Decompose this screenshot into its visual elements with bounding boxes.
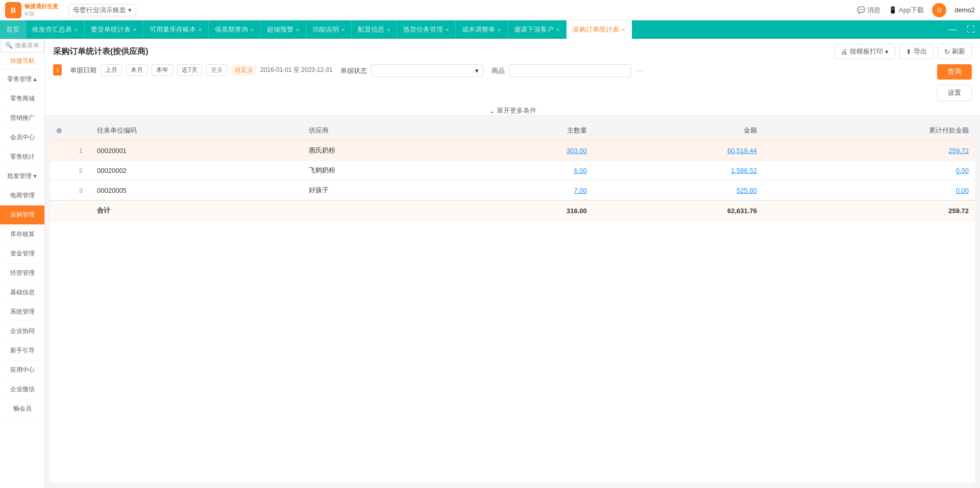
sidebar-item-new-guide[interactable]: 新手引导	[0, 341, 44, 361]
tab-order-stats[interactable]: 要货单统计表 ✕	[85, 20, 143, 39]
quick-nav-button[interactable]: 快捷导航	[0, 53, 44, 70]
table-row[interactable]: 3 00020005 好孩子 7.00 525.80 0.00	[50, 181, 975, 201]
table-wrapper: ⚙ 往来单位编码 供应商 主数量 金额 累计付款金额 1 00020001 惠氏…	[50, 121, 975, 483]
sidebar-item-basic-info[interactable]: 基础信息	[0, 283, 44, 302]
tab-func-desc[interactable]: 功能说明 ✕	[306, 20, 352, 39]
goods-input[interactable]	[509, 64, 631, 77]
table-row[interactable]: 2 00020002 飞鹤奶粉 6.00 1,586.52 0.00	[50, 161, 975, 181]
footer-main-qty: 316.00	[460, 200, 593, 221]
export-button[interactable]: ⬆ 导出	[899, 44, 934, 59]
tab-home[interactable]: 首页	[0, 20, 26, 39]
date-btn-this-month[interactable]: 本月	[126, 64, 148, 76]
sidebar-item-inventory-check[interactable]: 库存核算	[0, 225, 44, 244]
settings-button[interactable]: 设置	[937, 85, 972, 101]
goods-filter-group: 商品 ···	[492, 64, 642, 77]
tab-close-icon[interactable]: ✕	[74, 27, 78, 33]
expand-more-button[interactable]: ⌄ 展开更多条件	[53, 103, 972, 115]
date-btn-7days[interactable]: 近7天	[177, 64, 202, 76]
row-main-qty[interactable]: 303.00	[460, 141, 593, 161]
sidebar-item-member[interactable]: 畅会员	[0, 399, 44, 419]
row-main-qty[interactable]: 7.00	[460, 181, 593, 201]
tab-close-icon[interactable]: ✕	[445, 27, 449, 33]
tab-invite-downstream[interactable]: 邀请下游客户 ✕	[508, 20, 567, 39]
tab-pickup-task[interactable]: 拣货任务管理 ✕	[397, 20, 456, 39]
tab-overstock-alert[interactable]: 超储预警 ✕	[261, 20, 306, 39]
sidebar-item-retail-stats[interactable]: 零售统计	[0, 147, 44, 167]
avatar[interactable]: D	[932, 3, 946, 17]
tab-close-icon[interactable]: ✕	[133, 27, 137, 33]
row-cumulative-payment[interactable]: 0.00	[763, 181, 975, 201]
sidebar-item-retail-mall[interactable]: 零售商城	[0, 89, 44, 109]
sidebar-item-member-center[interactable]: 会员中心	[0, 128, 44, 147]
tab-close-icon[interactable]: ✕	[296, 27, 300, 33]
logo-text: 畅捷通好生意 标版	[24, 3, 58, 17]
tab-close-icon[interactable]: ✕	[341, 27, 345, 33]
tab-close-icon[interactable]: ✕	[621, 27, 625, 33]
date-custom-badge: 自定义	[232, 65, 256, 75]
collapse-icon[interactable]: ›	[53, 64, 62, 75]
page-header-actions: 🖨 按模板打印 ▾ ⬆ 导出 ↻ 刷新	[835, 44, 972, 59]
sidebar-item-operations-mgmt[interactable]: 经营管理	[0, 264, 44, 283]
row-settings-icon[interactable]	[50, 161, 70, 181]
row-main-qty[interactable]: 6.00	[460, 161, 593, 181]
col-index	[70, 121, 91, 141]
tab-config-info[interactable]: 配置信息 ✕	[352, 20, 397, 39]
row-index: 3	[70, 181, 91, 201]
status-select[interactable]: ▾	[371, 64, 483, 77]
maximize-tab-icon[interactable]: ⛶	[962, 25, 980, 34]
tab-close-icon[interactable]: ✕	[386, 27, 390, 33]
tab-cost-adjust[interactable]: 成本调整单 ✕	[456, 20, 508, 39]
date-btn-this-year[interactable]: 本年	[152, 64, 173, 76]
table-footer-row: 合计 316.00 62,631.76 259.72	[50, 200, 975, 221]
filter-area: › 单据日期 上月 本月 本年 近7天 更多 自定义 2016-01-01 至 …	[53, 59, 972, 103]
sidebar-item-system-mgmt[interactable]: 系统管理	[0, 302, 44, 322]
sidebar-item-marketing[interactable]: 营销推广	[0, 109, 44, 128]
row-amount[interactable]: 525.80	[593, 181, 763, 201]
tab-purchase-stats[interactable]: 采购订单统计表 ✕	[567, 20, 632, 39]
minimize-tab-icon[interactable]: —	[943, 25, 962, 34]
sidebar-item-wholesale-mgmt[interactable]: 批发管理 ▼	[0, 167, 44, 186]
sidebar-item-purchase-mgmt[interactable]: 采购管理	[0, 206, 44, 225]
col-settings[interactable]: ⚙	[50, 121, 70, 141]
table-row[interactable]: 1 00020001 惠氏奶粉 303.00 60,519.44 259.72	[50, 141, 975, 161]
collapse-toggle[interactable]: ›	[53, 64, 62, 75]
date-range-label: 2016-01-01 至 2023-12-31	[260, 66, 332, 74]
sidebar: 🔍 搜索英单 快捷导航 零售管理 ▲ 零售商城 营销推广 会员中心 零售统计 批…	[0, 39, 45, 488]
username-label: demo2	[954, 6, 975, 14]
row-index: 2	[70, 161, 91, 181]
sidebar-item-retail-mgmt[interactable]: 零售管理 ▲	[0, 70, 44, 89]
row-cumulative-payment[interactable]: 0.00	[763, 161, 975, 181]
row-cumulative-payment[interactable]: 259.72	[763, 141, 975, 161]
row-amount[interactable]: 1,586.52	[593, 161, 763, 181]
tab-close-icon[interactable]: ✕	[497, 27, 501, 33]
sidebar-item-ecommerce-mgmt[interactable]: 电商管理	[0, 186, 44, 206]
tab-close-icon[interactable]: ✕	[556, 27, 560, 33]
more-fields-icon[interactable]: ···	[635, 66, 642, 75]
tab-close-icon[interactable]: ✕	[250, 27, 254, 33]
row-supplier-name: 飞鹤奶粉	[303, 161, 460, 181]
workspace-selector[interactable]: 母婴行业演示账套 ▾	[68, 4, 136, 16]
row-settings-icon[interactable]	[50, 141, 70, 161]
tab-close-icon[interactable]: ✕	[198, 27, 202, 33]
table-header-row: ⚙ 往来单位编码 供应商 主数量 金额 累计付款金额	[50, 121, 975, 141]
sidebar-item-app-center[interactable]: 应用中心	[0, 361, 44, 380]
date-btn-last-month[interactable]: 上月	[101, 64, 122, 76]
row-settings-icon[interactable]	[50, 181, 70, 201]
template-print-button[interactable]: 🖨 按模板打印 ▾	[835, 44, 895, 59]
query-button[interactable]: 查询	[937, 64, 972, 80]
tab-expiry-query[interactable]: 保质期查询 ✕	[209, 20, 261, 39]
chevron-down-icon: ▾	[885, 48, 889, 56]
row-amount[interactable]: 60,519.44	[593, 141, 763, 161]
col-supplier-code: 往来单位编码	[91, 121, 303, 141]
tab-collect-pay[interactable]: 收发存汇总表 ✕	[26, 20, 85, 39]
app-download-button[interactable]: 📱 App下载	[889, 6, 924, 15]
sidebar-item-enterprise-wechat[interactable]: 企业微信	[0, 380, 44, 399]
date-btn-more[interactable]: 更多	[206, 64, 228, 76]
message-button[interactable]: 💬 消息	[857, 6, 880, 15]
sidebar-item-capital-mgmt[interactable]: 资金管理	[0, 244, 44, 264]
sidebar-item-enterprise-collab[interactable]: 企业协同	[0, 322, 44, 341]
goods-filter-label: 商品	[492, 66, 505, 75]
tab-available-stock[interactable]: 可用量库存账本 ✕	[143, 20, 209, 39]
search-menu-button[interactable]: 🔍 搜索英单	[0, 39, 44, 53]
refresh-button[interactable]: ↻ 刷新	[938, 44, 972, 59]
